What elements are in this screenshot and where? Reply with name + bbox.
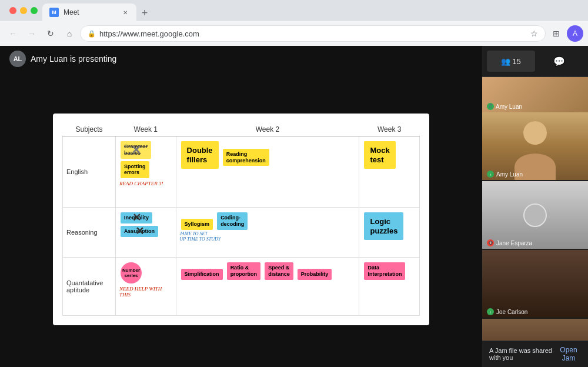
maximize-window-button[interactable]: [31, 7, 38, 14]
handwriting-chapter: READ CHAPTER 3!: [119, 181, 172, 186]
new-tab-button[interactable]: +: [136, 5, 153, 21]
row-quant-week2: Simplification Ratio &proportion Speed &…: [176, 258, 359, 316]
sticky-grammar: Grammarbasics ✕: [121, 141, 151, 159]
row-english-week2: Doublefillers Readingcomprehension: [176, 136, 359, 208]
sticky-logic-puzzles: Logicpuzzles: [364, 212, 403, 240]
extensions-button[interactable]: ⊞: [548, 25, 564, 42]
row-quant-week1: Numberseries NEED HELP WITHTHIS: [116, 258, 176, 316]
jam-notification: A Jam file was shared with you Open Jam: [482, 341, 588, 367]
col-week2: Week 2: [176, 123, 359, 136]
url-text: https://www.meet.google.com: [99, 29, 527, 38]
joe-tile-name: ♪ Joe Carlson: [487, 308, 527, 315]
row-reasoning-label: Reasoning: [63, 208, 116, 258]
video-tile-amy-small: 🎵 Amy Luan: [482, 77, 588, 112]
row-quant-week3: DataInterpretation: [359, 258, 420, 316]
sticky-number-series: Numberseries: [121, 262, 142, 283]
sticky-probability: Probability: [298, 269, 332, 280]
sticky-inequality: Inequality ✕: [121, 212, 152, 223]
whiteboard-table: Subjects Week 1 Week 2 Week 3 English: [62, 123, 420, 316]
home-button[interactable]: ⌂: [61, 25, 78, 42]
sticky-mock-test: Mocktest: [364, 141, 395, 169]
row-english-week1: Grammarbasics ✕ Spottingerrors READ CHAP…: [116, 136, 176, 208]
row-reasoning-week2: Syllogism Coding-decoding JAME TO SETUP …: [176, 208, 359, 258]
back-button[interactable]: ←: [5, 25, 21, 42]
tab-favicon: M: [49, 8, 59, 17]
sticky-assumption: Assumption ✕: [121, 226, 158, 237]
sidebar-header: 👥 15 💬: [482, 46, 588, 77]
profile-button[interactable]: A: [567, 25, 583, 42]
col-week1: Week 1: [116, 123, 176, 136]
sticky-coding: Coding-decoding: [217, 212, 248, 230]
amy-video: [482, 112, 588, 180]
tab-close-button[interactable]: ✕: [121, 8, 129, 16]
amy-name-small: Amy Luan: [496, 104, 522, 110]
sticky-syllogism: Syllogism: [181, 219, 213, 230]
row-reasoning-week1: Inequality ✕ Assumption ✕: [116, 208, 176, 258]
col-week3: Week 3: [359, 123, 420, 136]
video-tile-amy: ♪ Amy Luan: [482, 112, 588, 180]
sticky-ratio: Ratio &proportion: [227, 262, 261, 280]
lock-icon: 🔒: [88, 30, 96, 38]
forward-button[interactable]: →: [24, 25, 40, 42]
jane-tile-name: 🔇 Jane Esparza: [487, 239, 532, 246]
nav-bar: ← → ↻ ⌂ 🔒 https://www.meet.google.com ☆ …: [0, 21, 588, 46]
browser-chrome: M Meet ✕ + ← → ↻ ⌂ 🔒 https://www.meet.go…: [0, 0, 588, 46]
chat-tab[interactable]: 💬: [535, 51, 583, 72]
whiteboard: Subjects Week 1 Week 2 Week 3 English: [53, 114, 429, 325]
col-subjects: Subjects: [63, 123, 116, 136]
participants-tab[interactable]: 👥 15: [487, 51, 535, 72]
participant-count: 👥 15: [501, 57, 520, 66]
sticky-spotting: Spottingerrors: [121, 161, 149, 179]
amy-speaking-icon: 🎵: [487, 103, 494, 110]
address-bar[interactable]: 🔒 https://www.meet.google.com ☆: [80, 25, 546, 42]
row-quant-label: Quantatative aptitude: [63, 258, 116, 316]
window-controls: [5, 0, 42, 21]
row-english-label: English: [63, 136, 116, 208]
whiteboard-container: Subjects Week 1 Week 2 Week 3 English: [0, 72, 482, 367]
open-jam-button[interactable]: Open Jam: [556, 346, 581, 362]
close-window-button[interactable]: [9, 7, 16, 14]
amy-status-icon: ♪: [487, 171, 494, 178]
meet-content: AL Amy Luan is presenting Subjects Week …: [0, 46, 588, 367]
sticky-data-interp: DataInterpretation: [364, 262, 405, 280]
bookmark-icon[interactable]: ☆: [530, 29, 538, 38]
handwriting-jame: JAME TO SETUP TIME TO STUDY: [180, 231, 356, 242]
joe-speaking-icon: ♪: [487, 308, 494, 315]
video-tile-jane: 🔇 Jane Esparza: [482, 181, 588, 249]
row-reasoning-week3: Logicpuzzles: [359, 208, 420, 258]
browser-tab[interactable]: M Meet ✕: [42, 4, 136, 21]
minimize-window-button[interactable]: [20, 7, 27, 14]
tab-title: Meet: [64, 8, 79, 16]
sticky-speed: Speed &distance: [265, 262, 293, 280]
presentation-area: AL Amy Luan is presenting Subjects Week …: [0, 46, 482, 367]
jane-muted-icon: 🔇: [487, 239, 494, 246]
sticky-double-fillers: Doublefillers: [181, 141, 219, 169]
reload-button[interactable]: ↻: [42, 25, 59, 42]
presenter-avatar: AL: [9, 51, 26, 67]
tab-bar: M Meet ✕ +: [0, 0, 588, 21]
video-tile-vishesh: 🔇 Vishesh Patel: [482, 319, 588, 341]
sticky-simplification: Simplification: [181, 269, 223, 280]
amy-tile-name: ♪ Amy Luan: [487, 171, 523, 178]
handwriting-help: NEED HELP WITHTHIS: [119, 286, 172, 298]
presenter-info: AL Amy Luan is presenting: [0, 46, 482, 72]
video-tiles: 🎵 Amy Luan ♪ Amy Luan 🔇 Jane E: [482, 77, 588, 341]
sticky-reading: Readingcomprehension: [223, 149, 269, 166]
row-english-week3: Mocktest: [359, 136, 420, 208]
presenter-name: Amy Luan is presenting: [31, 54, 116, 64]
jam-message: A Jam file was shared with you: [489, 347, 556, 361]
video-tile-joe: ♪ Joe Carlson: [482, 250, 588, 318]
sidebar: 👥 15 💬 🎵 Amy Luan ♪ Amy Lu: [482, 46, 588, 367]
